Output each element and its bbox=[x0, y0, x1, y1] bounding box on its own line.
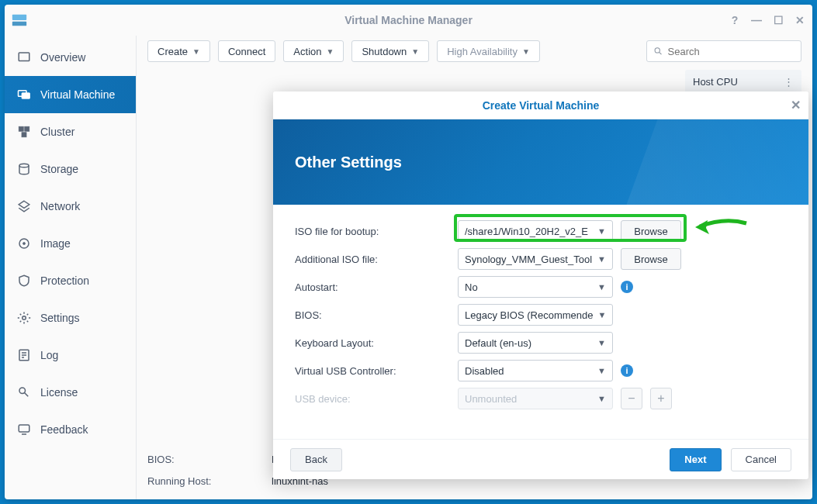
cancel-button[interactable]: Cancel bbox=[731, 448, 791, 471]
svg-rect-1 bbox=[12, 22, 26, 26]
add-usb-button: + bbox=[650, 388, 672, 409]
info-icon[interactable]: i bbox=[621, 281, 633, 293]
main-area: Create▼ Connect Action▼ Shutdown▼ High A… bbox=[137, 36, 812, 499]
app-title: Virtual Machine Manager bbox=[344, 14, 473, 26]
keyboard-layout-label: Keyboard Layout: bbox=[295, 337, 458, 349]
close-icon[interactable]: ✕ bbox=[791, 98, 801, 112]
sidebar-item-license[interactable]: License bbox=[5, 374, 136, 411]
sidebar-item-storage[interactable]: Storage bbox=[5, 150, 136, 188]
search-box[interactable] bbox=[646, 40, 801, 62]
sidebar-item-label: License bbox=[40, 386, 78, 399]
sidebar-item-label: Overview bbox=[40, 51, 85, 64]
additional-iso-select[interactable]: Synology_VMM_Guest_Tool▼ bbox=[458, 248, 613, 270]
usb-controller-select[interactable]: Disabled▼ bbox=[458, 360, 613, 381]
svg-rect-2 bbox=[19, 53, 29, 61]
host-cpu-label: Host CPU bbox=[693, 76, 738, 88]
usb-controller-label: Virtual USB Controller: bbox=[295, 365, 458, 377]
sidebar-item-label: Feedback bbox=[40, 423, 88, 436]
svg-point-10 bbox=[23, 243, 26, 245]
sidebar-item-label: Log bbox=[40, 349, 58, 361]
additional-iso-label: Additional ISO file: bbox=[295, 254, 458, 265]
search-icon bbox=[653, 46, 663, 57]
svg-rect-17 bbox=[19, 425, 29, 432]
close-icon[interactable]: ✕ bbox=[794, 14, 806, 26]
chevron-down-icon: ▼ bbox=[192, 47, 200, 56]
action-button[interactable]: Action▼ bbox=[283, 40, 344, 62]
iso-browse-button[interactable]: Browse bbox=[621, 220, 681, 242]
sidebar-item-log[interactable]: Log bbox=[5, 337, 136, 374]
modal-header: Other Settings bbox=[273, 119, 808, 205]
iso-bootup-label: ISO file for bootup: bbox=[295, 226, 458, 237]
chevron-down-icon: ▼ bbox=[522, 47, 530, 56]
usb-device-label: USB device: bbox=[295, 393, 458, 405]
sidebar-item-network[interactable]: Network bbox=[5, 188, 136, 225]
bios-label: BIOS: bbox=[295, 309, 458, 321]
sidebar-item-protection[interactable]: Protection bbox=[5, 262, 136, 299]
chevron-down-icon: ▼ bbox=[597, 338, 606, 347]
sidebar-item-image[interactable]: Image bbox=[5, 225, 136, 262]
chevron-down-icon: ▼ bbox=[597, 394, 606, 403]
svg-rect-6 bbox=[25, 126, 29, 131]
maximize-icon[interactable]: ☐ bbox=[772, 14, 784, 26]
svg-rect-4 bbox=[22, 93, 30, 99]
sidebar-item-label: Storage bbox=[40, 163, 78, 175]
create-vm-modal: Create Virtual Machine ✕ Other Settings … bbox=[273, 91, 808, 479]
chevron-down-icon: ▼ bbox=[597, 226, 606, 236]
titlebar: Virtual Machine Manager ? — ☐ ✕ bbox=[5, 5, 812, 36]
search-input[interactable] bbox=[668, 46, 794, 57]
modal-title: Create Virtual Machine bbox=[483, 99, 600, 112]
svg-rect-0 bbox=[12, 15, 26, 20]
additional-iso-browse-button[interactable]: Browse bbox=[621, 248, 681, 270]
window-controls: ? — ☐ ✕ bbox=[729, 14, 806, 26]
svg-point-18 bbox=[655, 48, 659, 53]
svg-point-11 bbox=[23, 316, 26, 320]
sidebar-item-settings[interactable]: Settings bbox=[5, 299, 136, 337]
minimize-icon[interactable]: — bbox=[750, 14, 763, 26]
shutdown-button[interactable]: Shutdown▼ bbox=[351, 40, 429, 62]
modal-footer: Back Next Cancel bbox=[273, 439, 808, 479]
running-host-label: Running Host: bbox=[147, 475, 272, 487]
modal-heading: Other Settings bbox=[295, 154, 402, 171]
usb-device-select: Unmounted▼ bbox=[458, 388, 613, 409]
bios-label: BIOS: bbox=[147, 454, 272, 465]
app-window: Virtual Machine Manager ? — ☐ ✕ Overview… bbox=[5, 5, 812, 499]
sidebar-item-label: Network bbox=[40, 200, 80, 212]
next-button[interactable]: Next bbox=[670, 448, 721, 471]
modal-body: ISO file for bootup: /share1/Win10_20H2_… bbox=[273, 205, 808, 413]
kebab-icon[interactable]: ⋮ bbox=[784, 76, 794, 88]
chevron-down-icon: ▼ bbox=[597, 254, 606, 264]
back-button[interactable]: Back bbox=[290, 448, 342, 471]
app-icon bbox=[11, 12, 28, 29]
sidebar-item-label: Settings bbox=[40, 312, 80, 324]
create-button[interactable]: Create▼ bbox=[147, 40, 210, 62]
high-availability-button[interactable]: High Availability▼ bbox=[437, 40, 540, 62]
chevron-down-icon: ▼ bbox=[597, 310, 606, 319]
sidebar-item-feedback[interactable]: Feedback bbox=[5, 411, 136, 448]
autostart-label: Autostart: bbox=[295, 281, 458, 293]
chevron-down-icon: ▼ bbox=[597, 366, 606, 375]
sidebar-item-label: Image bbox=[40, 237, 71, 250]
svg-line-19 bbox=[659, 53, 662, 55]
chevron-down-icon: ▼ bbox=[597, 282, 606, 292]
chevron-down-icon: ▼ bbox=[327, 47, 334, 56]
sidebar: Overview Virtual Machine Cluster Storage… bbox=[5, 36, 137, 499]
help-icon[interactable]: ? bbox=[729, 14, 741, 26]
connect-button[interactable]: Connect bbox=[218, 40, 275, 62]
sidebar-item-label: Protection bbox=[40, 274, 89, 287]
svg-point-8 bbox=[19, 164, 29, 167]
toolbar: Create▼ Connect Action▼ Shutdown▼ High A… bbox=[137, 36, 812, 67]
autostart-select[interactable]: No▼ bbox=[458, 276, 613, 298]
sidebar-item-virtual-machine[interactable]: Virtual Machine bbox=[5, 76, 136, 113]
svg-rect-7 bbox=[22, 133, 26, 137]
sidebar-item-overview[interactable]: Overview bbox=[5, 39, 136, 76]
svg-rect-5 bbox=[19, 126, 23, 131]
chevron-down-icon: ▼ bbox=[411, 47, 419, 56]
info-icon[interactable]: i bbox=[621, 364, 633, 377]
iso-bootup-select[interactable]: /share1/Win10_20H2_v2_E▼ bbox=[458, 220, 613, 242]
sidebar-item-label: Virtual Machine bbox=[40, 88, 115, 101]
bios-select[interactable]: Legacy BIOS (Recommende▼ bbox=[458, 304, 613, 326]
sidebar-item-cluster[interactable]: Cluster bbox=[5, 113, 136, 150]
keyboard-layout-select[interactable]: Default (en-us)▼ bbox=[458, 332, 613, 354]
remove-usb-button: − bbox=[621, 388, 642, 409]
sidebar-item-label: Cluster bbox=[40, 126, 74, 138]
